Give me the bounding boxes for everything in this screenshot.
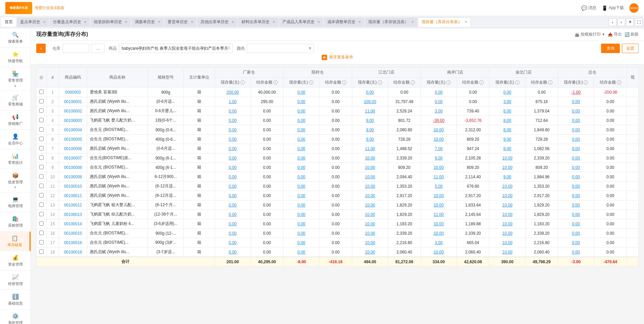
warehouse-ellipsis-btn[interactable]: ... [91,44,105,53]
cell-jb-qty[interactable]: 10.00 [352,247,388,257]
cell-jb-qty[interactable]: 10.00 [352,238,388,247]
mc-qty-info-icon[interactable]: i [309,80,313,85]
cell-fj-qty[interactable]: 0.00 [215,247,251,257]
tab-close-2[interactable]: ✕ [84,20,87,24]
sidebar-item-retail-mgmt[interactable]: 🏪 零售管理 ▲ [0,67,31,91]
tab-9[interactable]: 成本调整单历史 ✕ [324,17,364,27]
cell-zc-qty[interactable]: 0.00 [558,135,594,144]
sidebar-item-inventory[interactable]: 📋 库存核算 [0,232,31,251]
cell-fj-qty[interactable]: 0.00 [215,219,251,229]
tab-close-8[interactable]: ✕ [317,20,320,24]
settings-th[interactable]: ⚙ [37,67,47,88]
sidebar-item-retail-stats[interactable]: 📊 零售统计 [0,149,31,169]
cell-jb-qty[interactable]: 10.00 [352,200,388,210]
cell-check[interactable] [37,229,47,238]
cell-jb-qty[interactable]: 109.00 [352,97,388,106]
sidebar-item-business[interactable]: 📈 经营管理 [0,271,31,290]
cell-zc-qty[interactable]: -1.00 [558,88,594,97]
cell-jb-qty[interactable]: 10.00 [352,172,388,182]
cell-na-qty[interactable]: 11.00 [421,172,457,182]
cell-check[interactable] [37,172,47,182]
cell-yb-qty[interactable]: 10.00 [489,229,525,238]
cell-jb-qty[interactable]: 10.00 [352,210,388,219]
cell-yb-qty[interactable]: 8.00 [489,125,525,135]
cell-na-qty[interactable]: -39.00 [421,116,457,125]
jb-amt-info-icon[interactable]: i [411,80,415,85]
cell-check[interactable] [37,219,47,229]
cell-na-qty[interactable]: 0.00 [421,97,457,106]
cell-mc-qty[interactable]: 0.00 [283,172,319,182]
cell-jb-qty[interactable]: 10.00 [352,163,388,172]
cell-yb-qty[interactable]: 9.00 [489,135,525,144]
cell-na-qty[interactable]: 3.00 [421,106,457,116]
na-amt-info-icon[interactable]: i [479,80,484,85]
cell-yb-qty[interactable]: 8.00 [489,116,525,125]
cell-check[interactable] [37,97,47,106]
cell-zc-qty[interactable]: 0.00 [558,106,594,116]
warehouse-input[interactable] [62,44,89,53]
cell-fj-qty[interactable]: 0.00 [215,210,251,219]
tab-close-4[interactable]: ✕ [158,20,160,24]
cell-mc-qty[interactable]: 0.00 [283,191,319,200]
cell-na-qty[interactable]: 3.00 [421,238,457,247]
refresh-btn[interactable]: 🔄 刷新 [625,32,639,37]
yb-amt-info-icon[interactable]: i [548,80,552,85]
tab-next-btn[interactable]: › [617,18,625,26]
cell-fj-qty[interactable]: 0.00 [215,125,251,135]
cell-na-qty[interactable]: 9.00 [421,153,457,163]
cell-jb-qty[interactable]: 0.00 [352,88,388,97]
cell-na-qty[interactable]: 10.00 [421,229,457,238]
app-download-btn[interactable]: 📱 App下载 [602,5,624,11]
cell-jb-qty[interactable]: 10.00 [352,229,388,238]
sidebar-item-basic[interactable]: ℹ️ 基础信息 [0,290,31,310]
cell-na-qty[interactable]: 10.00 [421,219,457,229]
cell-zc-qty[interactable]: 0.00 [558,153,594,163]
tab-4[interactable]: 调拨单历史 ✕ [131,17,164,27]
cell-na-qty[interactable]: 5.00 [421,182,457,191]
cell-mc-qty[interactable]: 0.00 [283,125,319,135]
tab-close-11[interactable]: ✕ [465,20,467,24]
zc-qty-info-icon[interactable]: i [584,80,588,85]
cell-mc-qty[interactable]: 0.00 [283,116,319,125]
yb-qty-info-icon[interactable]: i [515,80,520,85]
cell-na-qty[interactable]: 7.00 [421,144,457,153]
cell-fj-qty[interactable]: 0.00 [215,191,251,200]
sidebar-item-member[interactable]: 👤 会员中心 [0,130,31,149]
cell-na-qty[interactable]: 10.00 [421,200,457,210]
mc-amt-info-icon[interactable]: i [342,80,346,85]
cell-mc-qty[interactable]: 0.00 [283,88,319,97]
cell-na-qty[interactable]: 0.00 [421,88,457,97]
cell-yb-qty[interactable]: 10.00 [489,191,525,200]
tab-3[interactable]: 组装拆卸单历史 ✕ [91,17,131,27]
expand-search-btn[interactable]: › [36,44,46,53]
cell-check[interactable] [37,163,47,172]
tab-close-7[interactable]: ✕ [272,20,275,24]
cell-mc-qty[interactable]: 0.00 [283,135,319,144]
tab-5[interactable]: 要货单历史 ✕ [164,17,197,27]
cell-check[interactable] [37,144,47,153]
tab-10[interactable]: 现存量（库存状况表） ✕ [365,17,417,27]
cell-na-qty[interactable]: 10.00 [421,125,457,135]
cell-zc-qty[interactable]: 0.00 [558,229,594,238]
cell-check[interactable] [37,153,47,163]
cell-jb-qty[interactable]: 9.00 [352,125,388,135]
cell-na-qty[interactable]: 10.00 [421,163,457,172]
cell-mc-qty[interactable]: 0.00 [283,153,319,163]
sidebar-item-ecommerce[interactable]: 💻 电商管理 [0,193,31,212]
tab-2[interactable]: 分量盘点单历史 ✕ [50,17,90,27]
sidebar-item-finance[interactable]: 💰 资金管理 [0,251,31,271]
cell-zc-qty[interactable]: 0.00 [558,163,594,172]
cell-mc-qty[interactable]: 0.00 [283,182,319,191]
cell-fj-qty[interactable]: 0.00 [215,172,251,182]
cell-check[interactable] [37,238,47,247]
cell-jb-qty[interactable]: 10.00 [352,219,388,229]
cell-na-qty[interactable]: 10.00 [421,135,457,144]
cell-mc-qty[interactable]: 0.00 [283,200,319,210]
cell-zc-qty[interactable]: 0.00 [558,238,594,247]
cell-mc-qty[interactable]: 0.00 [283,247,319,257]
export-btn[interactable]: 📤 导出 [608,32,622,37]
cell-zc-qty[interactable]: 0.00 [558,97,594,106]
sidebar-item-search[interactable]: 🔍 搜索英单 [0,28,31,48]
cell-mc-qty[interactable]: 0.00 [283,238,319,247]
cell-yb-qty[interactable]: 10.00 [489,247,525,257]
